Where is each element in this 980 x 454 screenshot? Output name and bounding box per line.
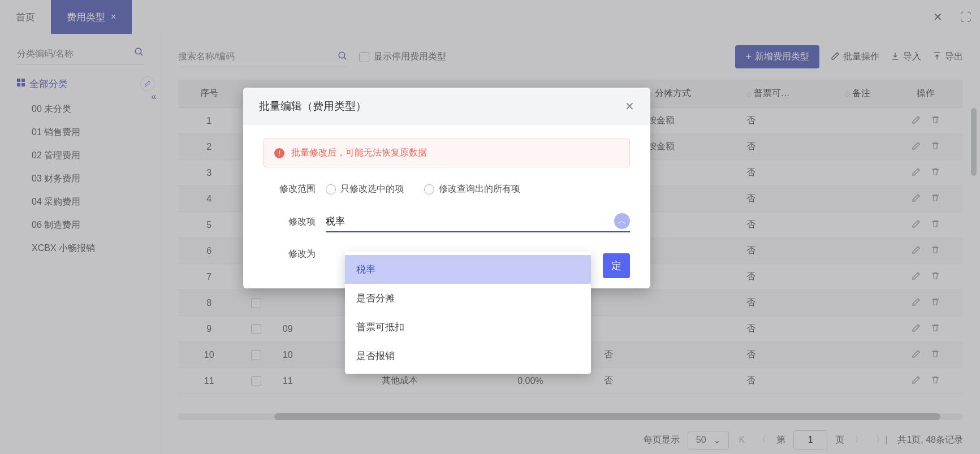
modal-header: 批量编辑（费用类型） ✕ (243, 88, 650, 125)
scope-label: 修改范围 (264, 183, 326, 195)
dropdown-option-label: 普票可抵扣 (356, 322, 404, 332)
confirm-button[interactable]: 定 (603, 253, 630, 278)
dropdown-option-label: 是否分摊 (356, 293, 395, 304)
field-label: 修改项 (264, 216, 326, 228)
field-row: 修改项 ︿ (264, 211, 630, 232)
dropdown-option[interactable]: 普票可抵扣 (345, 313, 591, 341)
radio-label: 修改查询出的所有项 (439, 183, 520, 195)
scope-row: 修改范围 只修改选中的项 修改查询出的所有项 (264, 183, 630, 195)
scope-all-queried-radio[interactable]: 修改查询出的所有项 (424, 183, 520, 195)
dropdown-option[interactable]: 是否报销 (345, 341, 591, 370)
field-dropdown: 税率 是否分摊 普票可抵扣 是否报销 (345, 252, 591, 374)
field-select[interactable]: ︿ (326, 211, 630, 232)
warning-alert: ! 批量修改后，可能无法恢复原数据 (264, 139, 630, 167)
field-select-input[interactable] (326, 215, 614, 227)
dropdown-option-label: 税率 (356, 264, 375, 275)
value-label: 修改为 (264, 248, 326, 260)
chevron-up-icon[interactable]: ︿ (614, 213, 630, 229)
warning-icon: ! (274, 148, 284, 158)
confirm-label: 定 (611, 260, 621, 271)
dropdown-option[interactable]: 是否分摊 (345, 284, 591, 313)
scope-selected-only-radio[interactable]: 只修改选中的项 (326, 183, 404, 195)
modal-title: 批量编辑（费用类型） (259, 99, 366, 114)
dropdown-option-label: 是否报销 (356, 351, 395, 361)
radio-icon (326, 184, 336, 194)
radio-label: 只修改选中的项 (340, 183, 404, 195)
alert-text: 批量修改后，可能无法恢复原数据 (291, 147, 427, 159)
radio-icon (424, 184, 434, 194)
dropdown-option[interactable]: 税率 (345, 255, 591, 284)
modal-close-button[interactable]: ✕ (625, 100, 634, 113)
